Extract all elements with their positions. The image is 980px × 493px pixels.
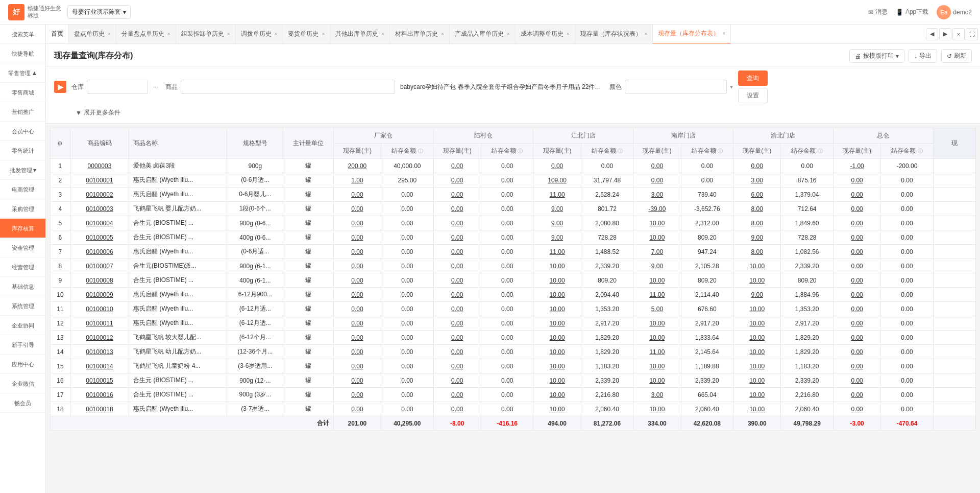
row-f-qty[interactable]: 0.00 xyxy=(333,359,381,373)
row-l-qty[interactable]: 0.00 xyxy=(433,331,481,345)
row-j-qty[interactable]: 0.00 xyxy=(533,159,581,173)
sidebar-item-finance[interactable]: 资金管理 xyxy=(0,238,45,257)
sidebar-item-ecommerce[interactable]: 电商管理 xyxy=(0,180,45,199)
industry-selector[interactable]: 母婴行业演示陈套 ▾ xyxy=(67,5,131,19)
row-f-qty[interactable]: 0.00 xyxy=(333,245,381,259)
tab-close-icon[interactable]: × xyxy=(441,31,444,37)
row-f-qty[interactable]: 0.00 xyxy=(333,273,381,288)
row-t-qty[interactable]: 0.00 xyxy=(833,345,880,359)
tab-inventory-check[interactable]: 盘点单历史 × xyxy=(69,25,116,44)
row-j-qty[interactable]: 10.00 xyxy=(533,273,581,288)
row-t-qty[interactable]: 0.00 xyxy=(833,359,880,373)
row-l-qty[interactable]: 0.00 xyxy=(433,373,481,388)
row-f-qty[interactable]: 0.00 xyxy=(333,202,381,216)
tab-close-icon[interactable]: × xyxy=(167,31,170,37)
row-l-qty[interactable]: 0.00 xyxy=(433,245,481,259)
row-code[interactable]: 00100008 xyxy=(70,273,129,288)
sidebar-item-marketing[interactable]: 营销推广 xyxy=(0,102,45,122)
row-y-qty[interactable]: 10.00 xyxy=(733,359,781,373)
row-f-qty[interactable]: 0.00 xyxy=(333,316,381,331)
row-y-qty[interactable]: 3.00 xyxy=(733,173,781,187)
row-t-qty[interactable]: 0.00 xyxy=(833,216,880,230)
row-y-qty[interactable]: 10.00 xyxy=(733,345,781,359)
row-l-qty[interactable]: 0.00 xyxy=(433,230,481,245)
tab-product-in[interactable]: 产成品入库单历史 × xyxy=(450,25,516,44)
row-j-qty[interactable]: 10.00 xyxy=(533,331,581,345)
row-t-qty[interactable]: 0.00 xyxy=(833,316,880,331)
row-code[interactable]: 00100012 xyxy=(70,331,129,345)
row-f-qty[interactable]: 200.00 xyxy=(333,159,381,173)
row-l-qty[interactable]: 0.00 xyxy=(433,216,481,230)
tab-stock-status[interactable]: 现存量（库存状况表） × xyxy=(575,25,653,44)
row-j-qty[interactable]: 10.00 xyxy=(533,373,581,388)
warehouse-input[interactable] xyxy=(87,80,148,94)
sidebar-item-member[interactable]: 会员中心 xyxy=(0,122,45,141)
tab-close-icon[interactable]: × xyxy=(567,31,570,37)
th-gear[interactable]: ⚙ xyxy=(51,128,70,159)
row-code[interactable]: 00100018 xyxy=(70,402,129,416)
row-code[interactable]: 00100001 xyxy=(70,173,129,187)
info-icon[interactable]: ⓘ xyxy=(418,148,423,154)
row-n-qty[interactable]: 10.00 xyxy=(633,402,681,416)
tab-close-icon[interactable]: × xyxy=(722,31,725,36)
row-code[interactable]: 00100013 xyxy=(70,345,129,359)
row-y-qty[interactable]: 10.00 xyxy=(733,259,781,273)
row-y-qty[interactable]: 9.00 xyxy=(733,288,781,302)
sidebar-item-wholesale[interactable]: 批发管理 ▾ xyxy=(0,160,45,180)
row-l-qty[interactable]: 0.00 xyxy=(433,187,481,202)
filter-toggle-button[interactable]: ▶ xyxy=(54,81,66,93)
row-code[interactable]: 00100004 xyxy=(70,216,129,230)
row-j-qty[interactable]: 109.00 xyxy=(533,173,581,187)
row-y-qty[interactable]: 10.00 xyxy=(733,316,781,331)
row-n-qty[interactable]: 10.00 xyxy=(633,331,681,345)
row-y-qty[interactable]: 10.00 xyxy=(733,302,781,316)
sidebar-item-enterprise[interactable]: 企业协同 xyxy=(0,316,45,335)
row-l-qty[interactable]: 0.00 xyxy=(433,159,481,173)
tab-close-icon[interactable]: × xyxy=(381,31,384,37)
sidebar-item-basics[interactable]: 基础信息 xyxy=(0,277,45,296)
row-n-qty[interactable]: 10.00 xyxy=(633,216,681,230)
row-n-qty[interactable]: 5.00 xyxy=(633,302,681,316)
tab-stock-dist[interactable]: 现存量（库存分布表） × xyxy=(653,25,731,44)
row-code[interactable]: 00100009 xyxy=(70,288,129,302)
row-f-qty[interactable]: 0.00 xyxy=(333,230,381,245)
row-f-qty[interactable]: 0.00 xyxy=(333,288,381,302)
row-l-qty[interactable]: 0.00 xyxy=(433,359,481,373)
row-f-qty[interactable]: 0.00 xyxy=(333,302,381,316)
row-t-qty[interactable]: 0.00 xyxy=(833,230,880,245)
row-j-qty[interactable]: 11.00 xyxy=(533,245,581,259)
row-j-qty[interactable]: 9.00 xyxy=(533,230,581,245)
tab-close-icon[interactable]: × xyxy=(645,31,648,37)
row-t-qty[interactable]: 0.00 xyxy=(833,388,880,402)
row-n-qty[interactable]: 3.00 xyxy=(633,187,681,202)
row-l-qty[interactable]: 0.00 xyxy=(433,316,481,331)
user-menu[interactable]: Ea demo2 xyxy=(937,5,972,19)
row-y-qty[interactable]: 8.00 xyxy=(733,202,781,216)
row-t-qty[interactable]: 0.00 xyxy=(833,173,880,187)
tab-prev-button[interactable]: ◀ xyxy=(926,28,938,40)
row-f-qty[interactable]: 0.00 xyxy=(333,345,381,359)
tab-close-all-button[interactable]: × xyxy=(952,28,965,40)
row-code[interactable]: 00100002 xyxy=(70,187,129,202)
tab-close-icon[interactable]: × xyxy=(108,31,111,37)
row-f-qty[interactable]: 0.00 xyxy=(333,331,381,345)
row-n-qty[interactable]: 10.00 xyxy=(633,373,681,388)
row-t-qty[interactable]: 0.00 xyxy=(833,245,880,259)
row-l-qty[interactable]: 0.00 xyxy=(433,202,481,216)
tab-cost-adj[interactable]: 成本调整单历史 × xyxy=(516,25,575,44)
sidebar-item-purchase[interactable]: 采购管理 xyxy=(0,199,45,219)
row-j-qty[interactable]: 10.00 xyxy=(533,388,581,402)
row-n-qty[interactable]: 10.00 xyxy=(633,316,681,331)
row-t-qty[interactable]: 0.00 xyxy=(833,402,880,416)
row-l-qty[interactable]: 0.00 xyxy=(433,173,481,187)
row-j-qty[interactable]: 10.00 xyxy=(533,345,581,359)
tab-close-icon[interactable]: × xyxy=(507,31,510,37)
row-code[interactable]: 00100016 xyxy=(70,388,129,402)
tab-assemble[interactable]: 组装拆卸单历史 × xyxy=(176,25,236,44)
row-code[interactable]: 00100006 xyxy=(70,245,129,259)
row-t-qty[interactable]: 0.00 xyxy=(833,288,880,302)
sidebar-item-system[interactable]: 系统管理 xyxy=(0,296,45,316)
row-code[interactable]: 00100015 xyxy=(70,373,129,388)
row-y-qty[interactable]: 8.00 xyxy=(733,245,781,259)
row-j-qty[interactable]: 10.00 xyxy=(533,302,581,316)
